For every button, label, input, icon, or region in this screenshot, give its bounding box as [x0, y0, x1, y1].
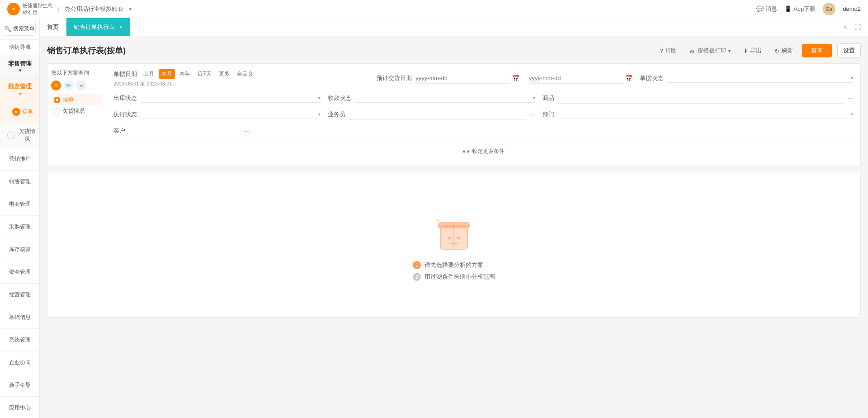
message-icon: 💬 [756, 5, 764, 12]
out-status-arrow: ▾ [318, 95, 321, 100]
department-field: 部门 ▾ [542, 110, 853, 119]
empty-illustration: ✦ ✦ [431, 209, 476, 254]
svg-point-7 [457, 237, 460, 239]
sidebar-item-enterprise[interactable]: 企业协同 [0, 352, 39, 374]
out-status-select[interactable]: ▾ [141, 94, 321, 103]
sidebar-search-area: 🔍 搜索菜单 [0, 18, 39, 40]
sidebar-item-wholesale[interactable]: 批发管理 ▴ [0, 78, 39, 100]
username[interactable]: demo2 [843, 5, 861, 12]
department-select[interactable]: ▾ [558, 110, 853, 119]
goods-more-icon[interactable]: ··· [848, 95, 853, 102]
print-arrow-icon: ▾ [728, 48, 731, 53]
collapse-sidebar-button[interactable]: « [76, 81, 86, 90]
page-title: 销售订单执行表(按单) [47, 45, 126, 56]
goods-field: 商品 ··· [542, 93, 853, 104]
header-right: 💬 消息 📱 App下载 Ea demo2 [756, 3, 861, 15]
out-status-field: 出库状态 ▾ [113, 94, 321, 103]
expected-date-to[interactable] [529, 73, 623, 84]
edit-scheme-button[interactable]: ✏ [64, 81, 74, 90]
sidebar-item-basic[interactable]: 基础信息 [0, 306, 39, 329]
sidebar-item-retail[interactable]: 零售管理 ▾ [0, 55, 39, 78]
receipt-status-select[interactable]: ▾ [355, 94, 535, 103]
search-button[interactable]: 查询 [802, 44, 832, 57]
quick-nav-item[interactable]: 快捷导航 [0, 40, 39, 55]
bill-date-label: 单据日期 [113, 70, 137, 78]
customer-field: 客户 ··· [113, 125, 249, 136]
sidebar-item-newuser[interactable]: 新手引导 [0, 374, 39, 397]
tab-bar-right: × ⛶ [836, 18, 868, 36]
add-scheme-button[interactable]: + [51, 81, 61, 90]
bill-date-field: 单据日期 上月 本月 本年 近7天 更多 自定义 2023 [113, 69, 369, 87]
sidebar-item-operation[interactable]: 经营管理 [0, 284, 39, 306]
sidebar-item-order[interactable]: ● 按单 [0, 100, 39, 123]
collapse-more-button[interactable]: ∧∧ 收起更多条件 [457, 146, 510, 157]
filter-sidebar: 按以下方案查询 + ✏ « 按单 欠货情况 [47, 64, 106, 166]
receipt-status-arrow: ▾ [533, 95, 535, 100]
receipt-status-label: 收款状态 [328, 94, 351, 102]
tab-close-btn[interactable]: × [842, 22, 849, 33]
sidebar-item-system[interactable]: 系统管理 [0, 329, 39, 352]
filter-scheme-title: 按以下方案查询 [51, 69, 102, 77]
expected-date-from[interactable] [415, 73, 510, 84]
salesman-more-icon[interactable]: ··· [530, 111, 535, 118]
collapse-more-area: ∧∧ 收起更多条件 [113, 142, 853, 161]
template-print-button[interactable]: 🖨 按模板打印 ▾ [686, 45, 734, 57]
sidebar-item-ecommerce[interactable]: 电商管理 [0, 193, 39, 216]
scheme-debt[interactable]: 欠货情况 [51, 105, 102, 117]
sidebar-item-debt[interactable]: 欠货情况 [0, 123, 39, 148]
page-title-bar: 销售订单执行表(按单) ? 帮助 🖨 按模板打印 ▾ ⬇ 导出 [47, 43, 861, 58]
user-avatar[interactable]: Ea [823, 3, 835, 15]
collapse-icon: ∧∧ [462, 148, 470, 155]
breadcrumb-dropdown[interactable]: ▾ [129, 6, 132, 12]
breadcrumb-sep: | [58, 5, 59, 12]
print-icon: 🖨 [689, 48, 695, 54]
sidebar-item-inventory[interactable]: 库存核算 [0, 238, 39, 261]
refresh-button[interactable]: ↻ 刷新 [771, 45, 797, 57]
filter-row-3: 执行状态 ▾ 业务员 ··· 部门 [113, 109, 853, 120]
order-active-dot: ● [12, 108, 20, 116]
svg-text:✦: ✦ [436, 218, 439, 223]
tab-sales-order-exec[interactable]: 销售订单执行表 × [66, 18, 130, 36]
sidebar-item-finance[interactable]: 资金管理 [0, 261, 39, 284]
tab-close-icon[interactable]: × [119, 24, 123, 30]
svg-text:✦: ✦ [467, 218, 470, 222]
date-more-btn[interactable]: 更多 [216, 69, 232, 79]
settings-button[interactable]: 设置 [837, 43, 861, 58]
message-action[interactable]: 💬 消息 [756, 5, 777, 13]
date-custom-btn[interactable]: 自定义 [234, 69, 256, 79]
search-menu-button[interactable]: 🔍 搜索菜单 [4, 22, 36, 36]
wholesale-submenu: ● 按单 欠货情况 [0, 100, 39, 148]
salesman-input[interactable] [349, 109, 526, 120]
exec-status-select[interactable]: ▾ [141, 110, 321, 119]
bill-status-label: 单据状态 [640, 74, 663, 82]
bill-status-select[interactable]: ▾ [667, 74, 853, 83]
salesman-label: 业务员 [328, 110, 345, 119]
date-7days-btn[interactable]: 近7天 [195, 69, 214, 79]
export-button[interactable]: ⬇ 导出 [740, 45, 765, 57]
scheme-order[interactable]: 按单 [51, 94, 102, 105]
help-button[interactable]: ? 帮助 [656, 45, 680, 57]
page-content: 销售订单执行表(按单) ? 帮助 🖨 按模板打印 ▾ ⬇ 导出 [40, 36, 868, 418]
department-arrow: ▾ [851, 112, 853, 117]
goods-input[interactable] [558, 93, 844, 104]
sidebar-item-purchase[interactable]: 采购管理 [0, 216, 39, 238]
date-calendar-icon-from[interactable]: 📅 [512, 75, 519, 82]
export-icon: ⬇ [743, 48, 748, 54]
expected-date-field: 预计交货日期 📅 — 📅 [377, 73, 632, 84]
tab-expand-btn[interactable]: ⛶ [853, 22, 863, 33]
app-download-action[interactable]: 📱 App下载 [784, 5, 816, 13]
wholesale-arrow: ▴ [19, 90, 21, 95]
tab-home[interactable]: 首页 [40, 18, 66, 36]
date-curr-year-btn[interactable]: 本年 [177, 69, 193, 79]
sidebar-item-appcenter[interactable]: 应用中心 [0, 397, 39, 418]
customer-more-icon[interactable]: ··· [244, 127, 249, 134]
customer-label: 客户 [113, 127, 125, 135]
app-download-icon: 📱 [784, 5, 792, 12]
sidebar-item-marketing[interactable]: 营销推广 [0, 148, 39, 171]
customer-input[interactable] [129, 125, 240, 136]
date-prev-month-btn[interactable]: 上月 [141, 69, 157, 79]
exec-status-arrow: ▾ [318, 112, 321, 117]
date-calendar-icon-to[interactable]: 📅 [625, 75, 632, 82]
sidebar-item-sales[interactable]: 销售管理 [0, 171, 39, 193]
date-curr-month-btn[interactable]: 本月 [159, 69, 175, 79]
